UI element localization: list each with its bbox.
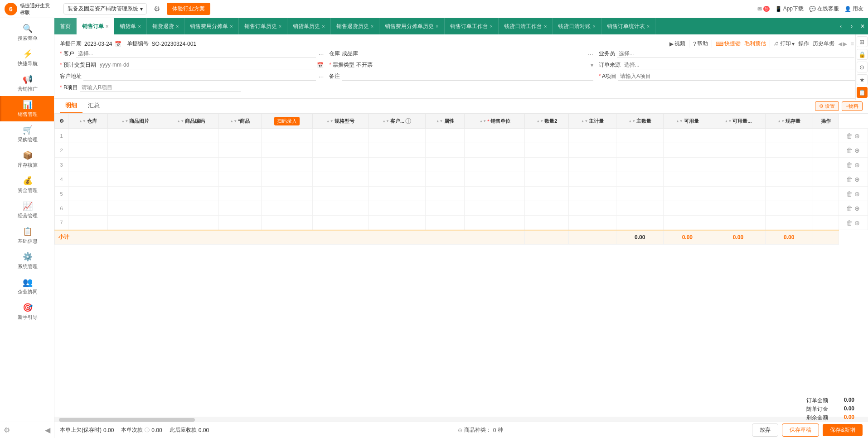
industry-plan-button[interactable]: 体验行业方案 xyxy=(167,3,210,15)
table-cell[interactable] xyxy=(569,216,616,230)
table-cell[interactable] xyxy=(107,143,163,158)
sidebar-item-cooperation[interactable]: 👥 企业协同 xyxy=(0,274,54,299)
table-cell[interactable] xyxy=(569,143,616,158)
table-cell[interactable] xyxy=(261,216,312,230)
sort-product-code-icon[interactable]: ▲▼ xyxy=(177,119,184,123)
table-cell[interactable] xyxy=(525,129,569,143)
sidebar-item-guide[interactable]: 🎯 新手引导 xyxy=(0,299,54,324)
close-tab-icon[interactable]: × xyxy=(106,24,108,29)
sidebar-item-basic-info[interactable]: 📋 基础信息 xyxy=(0,223,54,248)
table-cell[interactable] xyxy=(261,201,312,216)
sort-available-icon[interactable]: ▲▼ xyxy=(676,119,683,123)
close-tab-icon[interactable]: × xyxy=(176,24,179,29)
table-cell[interactable] xyxy=(368,129,425,143)
table-cell[interactable] xyxy=(664,158,711,172)
row-delete-icon[interactable]: 🗑 xyxy=(846,219,853,226)
row-copy-icon[interactable]: ⊕ xyxy=(854,132,860,140)
table-cell[interactable] xyxy=(219,172,262,187)
row-copy-icon[interactable]: ⊕ xyxy=(854,190,860,197)
table-cell[interactable] xyxy=(711,158,766,172)
nav-tab-sales-goods[interactable]: 销货单 × xyxy=(114,18,146,34)
right-panel-btn-2[interactable]: 🔒 xyxy=(857,49,868,60)
add-material-button[interactable]: +物料 xyxy=(842,101,863,111)
b-project-input[interactable] xyxy=(80,83,241,92)
table-cell[interactable] xyxy=(368,143,425,158)
nav-tab-goods-history[interactable]: 销货单历史 × xyxy=(287,18,330,34)
sort-main-unit-icon[interactable]: ▲▼ xyxy=(581,119,588,123)
customer-input[interactable] xyxy=(76,49,316,58)
table-cell[interactable] xyxy=(465,129,525,143)
table-cell[interactable] xyxy=(261,172,312,187)
remark-input[interactable] xyxy=(342,72,593,81)
table-cell[interactable] xyxy=(425,129,465,143)
close-tab-icon[interactable]: × xyxy=(138,24,141,29)
table-cell[interactable] xyxy=(261,143,312,158)
date-picker-icon[interactable]: 📅 xyxy=(317,62,324,68)
table-cell[interactable] xyxy=(569,187,616,201)
table-cell[interactable] xyxy=(664,143,711,158)
table-cell[interactable] xyxy=(68,216,108,230)
table-cell[interactable] xyxy=(163,216,219,230)
sort-product-icon[interactable]: ▲▼ xyxy=(230,119,237,123)
profit-forecast-button[interactable]: 毛利预估 xyxy=(744,40,766,48)
table-cell[interactable] xyxy=(312,158,368,172)
table-cell[interactable] xyxy=(163,201,219,216)
nav-tab-expense-history[interactable]: 销售费用分摊单历史 × xyxy=(379,18,444,34)
sidebar-item-purchase[interactable]: 🛒 采购管理 xyxy=(0,121,54,147)
save-draft-button[interactable]: 保存草稿 xyxy=(782,424,819,437)
table-cell[interactable] xyxy=(616,143,664,158)
sort-product-img-icon[interactable]: ▲▼ xyxy=(121,119,129,123)
table-cell[interactable] xyxy=(664,172,711,187)
table-cell[interactable] xyxy=(525,216,569,230)
invoice-type-dropdown-icon[interactable]: ▾ xyxy=(591,62,593,68)
table-cell[interactable] xyxy=(465,172,525,187)
sort-main-qty-icon[interactable]: ▲▼ xyxy=(628,119,635,123)
sidebar-item-finance[interactable]: 💰 资金管理 xyxy=(0,172,54,197)
row-delete-icon[interactable]: 🗑 xyxy=(846,161,853,168)
table-cell[interactable] xyxy=(664,201,711,216)
row-copy-icon[interactable]: ⊕ xyxy=(854,161,860,168)
nav-tab-return-history[interactable]: 销售退货历史 × xyxy=(331,18,379,34)
table-cell[interactable] xyxy=(813,216,839,230)
table-cell[interactable] xyxy=(68,172,108,187)
customer-code-info-icon[interactable]: ⓘ xyxy=(405,117,411,125)
table-cell[interactable] xyxy=(219,201,262,216)
table-cell[interactable] xyxy=(765,187,813,201)
table-cell[interactable] xyxy=(425,216,465,230)
table-cell[interactable] xyxy=(368,187,425,201)
row-delete-icon[interactable]: 🗑 xyxy=(846,132,853,140)
sidebar-item-system[interactable]: ⚙️ 系统管理 xyxy=(0,248,54,274)
nav-prev-icon[interactable]: ◀ xyxy=(838,41,842,47)
table-cell[interactable] xyxy=(569,172,616,187)
nav-tab-sales-order[interactable]: 销售订单 × xyxy=(77,18,114,34)
nav-tab-daily-workbench[interactable]: 钱货日清工作台 × xyxy=(499,18,553,34)
nav-tab-sales-return[interactable]: 销货退货 × xyxy=(147,18,184,34)
table-cell[interactable] xyxy=(107,172,163,187)
table-cell[interactable] xyxy=(616,187,664,201)
table-cell[interactable] xyxy=(425,201,465,216)
warehouse-more-btn[interactable]: ··· xyxy=(588,50,593,58)
table-cell[interactable] xyxy=(765,143,813,158)
nav-tab-daily-reconcile[interactable]: 钱货日清对账 × xyxy=(553,18,601,34)
table-cell[interactable] xyxy=(525,172,569,187)
table-cell[interactable] xyxy=(312,187,368,201)
table-setting-button[interactable]: ⚙ 设置 xyxy=(815,101,839,111)
table-cell[interactable] xyxy=(711,129,766,143)
right-panel-btn-5[interactable]: 📋 xyxy=(857,87,868,98)
row-delete-icon[interactable]: 🗑 xyxy=(846,147,853,154)
customer-address-input[interactable] xyxy=(83,72,316,81)
table-cell[interactable] xyxy=(616,216,664,230)
tab-close-all[interactable]: ✕ xyxy=(857,18,868,34)
delivery-date-input[interactable] xyxy=(98,61,315,69)
nav-tab-sales-expense[interactable]: 销售费用分摊单 × xyxy=(184,18,238,34)
table-cell[interactable] xyxy=(219,143,262,158)
table-cell[interactable] xyxy=(765,129,813,143)
table-cell[interactable] xyxy=(368,158,425,172)
sidebar-item-inventory[interactable]: 📦 库存核算 xyxy=(0,147,54,172)
table-cell[interactable] xyxy=(312,143,368,158)
tab-summary[interactable]: 汇总 xyxy=(82,99,105,113)
right-panel-btn-3[interactable]: ⊙ xyxy=(857,62,868,72)
table-cell[interactable] xyxy=(664,187,711,201)
table-cell[interactable] xyxy=(425,187,465,201)
sidebar-settings-icon[interactable]: ⚙ xyxy=(4,426,10,434)
